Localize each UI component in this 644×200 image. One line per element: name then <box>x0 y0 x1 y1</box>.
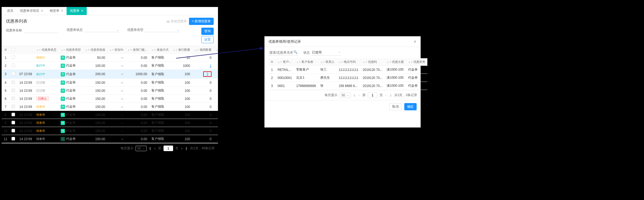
cell-face: 150.00 <box>83 79 107 87</box>
cell-receive: 0 <box>192 119 214 127</box>
table-row[interactable]: 2 执行中 代代金券 100.00 -- 0.00 客户领取 1000 1 0 … <box>2 62 218 70</box>
sort-icon[interactable]: ▲▼ <box>296 61 301 63</box>
setting-button[interactable]: 设置 <box>201 36 214 43</box>
sort-icon[interactable]: ▲▼ <box>110 49 114 51</box>
tab-coupon[interactable]: 优惠券✕ <box>67 7 87 15</box>
receive-count-link[interactable]: 1 <box>210 64 212 68</box>
table-row[interactable]: 1 待执行 代代金券 50.00 -- 0.00 客户领取 10 0 0 ↗ ▦ <box>2 54 218 62</box>
cell-cust-name: 零散客户 <box>294 66 318 74</box>
cell-receive: 0 <box>192 135 214 143</box>
cell-time: 14 23:59 <box>17 95 34 103</box>
cell-discount: -- <box>107 119 126 127</box>
first-page-icon[interactable]: ⟪ <box>149 147 152 150</box>
sort-icon[interactable]: ▲▼ <box>151 49 156 51</box>
confirm-button[interactable]: 确定 <box>404 103 417 110</box>
sort-icon[interactable]: ▲▼ <box>173 49 178 51</box>
close-icon[interactable]: ✕ <box>41 9 43 13</box>
sort-icon[interactable]: ▲▼ <box>128 49 132 51</box>
cell-receive: 0 <box>192 111 214 119</box>
table-row[interactable]: 2 00010001 北京1 唐先生 11111111111 2019120 7… <box>268 74 427 82</box>
prev-page-icon[interactable]: ‹ <box>358 93 360 97</box>
cell-face: 150.00 <box>83 135 107 143</box>
col-type: 优惠券类 <box>413 60 425 63</box>
cell-threshold: 0.00 <box>125 103 149 111</box>
row-checkbox[interactable] <box>12 64 15 67</box>
select-all-checkbox[interactable] <box>12 48 15 51</box>
modal-paginator: 每页显示 50⌄ ⟪ ‹ 第 页 › ⟫ 共1页，3条记录 <box>265 90 420 100</box>
cell-issue: 100 <box>171 70 192 79</box>
type-badge: 代 <box>61 89 65 93</box>
cell-face: 150.00 <box>83 87 107 95</box>
gear-icon[interactable]: ⚙ <box>4 48 7 51</box>
page-input[interactable] <box>368 92 377 98</box>
sort-icon[interactable]: ▲▼ <box>36 49 41 51</box>
cell-issue: 1000 <box>171 62 192 70</box>
table-row[interactable]: 9 14 23:59 待发布 代代金券 150.00 -- 0.00 客户领取 … <box>2 119 218 127</box>
tab-home[interactable]: 首页 <box>4 7 17 15</box>
cell-time: 14 23:59 <box>17 127 34 135</box>
sort-icon[interactable]: ▲▼ <box>339 61 344 63</box>
cell-type: 代金券 <box>66 113 76 117</box>
query-button[interactable]: 查询 <box>201 28 214 35</box>
page-input[interactable] <box>163 146 173 151</box>
row-number: 1 <box>2 54 9 62</box>
tab-detail[interactable]: 优惠券详情页✕ <box>17 7 46 15</box>
sort-icon[interactable]: ▲▼ <box>408 61 413 63</box>
table-row[interactable]: 6 14 23:59 已终止 代代金券 150.00 -- 0.00 客户领取 … <box>2 95 218 103</box>
next-page-icon[interactable]: › <box>385 93 387 97</box>
add-coupon-button[interactable]: + 新增优惠券 <box>189 18 214 25</box>
row-checkbox[interactable] <box>12 72 15 75</box>
first-page-icon[interactable]: ⟪ <box>353 93 356 97</box>
table-row[interactable]: 10 14 23:59 待发布 代代金券 150.00 -- 0.00 客户领取… <box>2 127 218 135</box>
close-icon[interactable]: ✕ <box>413 39 417 44</box>
row-number: 2 <box>2 62 9 70</box>
table-row[interactable]: 5 14 23:59 已过期 代代金券 150.00 -- 0.00 客户领取 … <box>2 87 218 95</box>
sort-icon[interactable]: ▲▼ <box>61 49 66 51</box>
row-number: 4 <box>2 79 9 87</box>
close-icon[interactable]: ✕ <box>61 9 63 13</box>
cell-use: 1 <box>214 70 218 79</box>
next-page-icon[interactable]: › <box>181 147 183 150</box>
gift-icon: 🎟 <box>166 20 170 23</box>
row-number: 9 <box>2 119 9 127</box>
table-row[interactable]: 4 14 23:59 已过期 代代金券 150.00 -- 0.00 客户领取 … <box>2 79 218 87</box>
per-page-select[interactable]: 50⌄ <box>340 93 351 98</box>
col-cust-name: 客户名称 <box>301 60 313 63</box>
prev-page-icon[interactable]: ‹ <box>154 147 156 150</box>
receive-count-link[interactable]: 3 <box>206 72 208 76</box>
table-row[interactable]: 3 0001 17666666666 张 156 6666 6... 20191… <box>268 82 427 90</box>
distribute-coupon-link[interactable]: 🎟 发放优惠券 <box>166 19 187 24</box>
per-page-select[interactable]: 50⌄ <box>136 146 147 151</box>
sort-icon[interactable]: ▲▼ <box>278 61 282 63</box>
last-page-icon[interactable]: ⟫ <box>389 93 392 97</box>
row-checkbox <box>12 89 15 92</box>
table-row[interactable]: 8 14 23:59 待发布 代代金券 150.00 -- 0.00 客户领取 … <box>2 111 218 119</box>
filter-status-select[interactable]: ⌄ <box>84 28 119 32</box>
cancel-button[interactable]: 取消 <box>389 103 402 110</box>
sort-icon[interactable]: ▲▼ <box>320 61 325 63</box>
cell-threshold: 0.00 <box>125 62 149 70</box>
row-checkbox[interactable] <box>12 56 15 59</box>
table-row[interactable]: 11 14 23:59 待发布 代代金券 150.00 -- 0.00 客户领取… <box>2 135 218 143</box>
sort-icon[interactable]: ▲▼ <box>194 49 199 51</box>
tab-sales[interactable]: 销货单✕ <box>46 7 67 15</box>
sort-icon[interactable]: ▲▼ <box>216 49 218 51</box>
modal-status-select[interactable]: 已使用 ⌄ <box>311 50 341 56</box>
gear-icon[interactable]: ⚙ <box>271 60 273 63</box>
status-badge: 执行中 <box>36 72 45 76</box>
table-row[interactable]: 3 07 23:59 执行中 代代金券 200.00 -- 1000.00 客户… <box>2 70 218 79</box>
page-suffix: 页 <box>175 146 179 151</box>
filter-name-input[interactable] <box>24 28 59 33</box>
row-number: 10 <box>2 127 9 135</box>
last-page-icon[interactable]: ⟫ <box>185 147 188 150</box>
filter-type-select[interactable]: ⌄ <box>145 28 180 32</box>
sort-icon[interactable]: ▲▼ <box>85 49 90 51</box>
cell-cust-name: 北京1 <box>294 74 318 82</box>
close-icon[interactable]: ✕ <box>81 9 83 13</box>
search-icon[interactable]: 🔍 <box>293 50 297 54</box>
table-row[interactable]: 7 14 23:59 待发布 代代金券 150.00 -- 0.00 客户领取 … <box>2 103 218 111</box>
table-row[interactable]: 1 RETAIL... 零散客户 张三 11111111111 2019120 … <box>268 66 427 74</box>
sort-icon[interactable]: ▲▼ <box>387 61 391 63</box>
cell-method: 客户领取 <box>149 79 171 87</box>
sort-icon[interactable]: ▲▼ <box>363 61 368 63</box>
